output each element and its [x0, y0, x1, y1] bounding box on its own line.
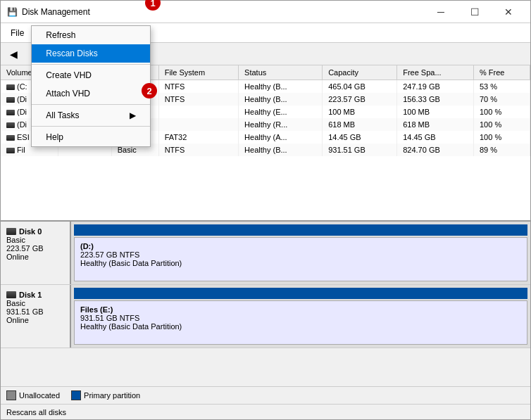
status-bar: Rescans all disks [1, 404, 530, 419]
menu-file[interactable]: File [4, 25, 31, 41]
window-title: Disk Management [22, 7, 425, 17]
cell-status: Healthy (B... [239, 144, 323, 156]
title-bar: 1 💾 Disk Management ─ ☐ ✕ [1, 1, 530, 23]
legend-bar: Unallocated Primary partition [1, 386, 530, 404]
col-capacity: Capacity [323, 65, 397, 80]
menu-action[interactable]: Action Refresh Rescan Disks Create VHD A… [31, 25, 68, 41]
window-controls: ─ ☐ ✕ [425, 1, 525, 23]
cell-filesystem: NTFS [158, 93, 238, 106]
cell-filesystem [158, 106, 238, 118]
cell-free: 14.45 GB [397, 131, 474, 144]
cell-status: Healthy (B... [239, 93, 323, 106]
disk-management-window: 1 💾 Disk Management ─ ☐ ✕ File Action Re… [0, 0, 531, 420]
partition-size-0: 223.57 GB NTFS [80, 250, 521, 259]
cell-free: 100 MB [397, 106, 474, 118]
dropdown-create-vhd[interactable]: Create VHD [32, 66, 150, 84]
action-dropdown: Refresh Rescan Disks Create VHD Attach V… [31, 25, 151, 147]
cell-pct: 70 % [474, 93, 530, 106]
cell-pct: 53 % [474, 80, 530, 94]
dropdown-help[interactable]: Help [32, 128, 150, 146]
disk-view-area: Disk 0 Basic 223.57 GB Online (D:) 223.5… [1, 220, 530, 386]
cell-pct: 100 % [474, 118, 530, 131]
separator-1 [32, 64, 150, 65]
cell-status: Healthy (R... [239, 118, 323, 131]
disk-name-0: Disk 0 [19, 227, 42, 236]
legend-primary-label: Primary partition [84, 391, 140, 400]
legend-primary: Primary partition [71, 390, 140, 400]
partition-detail-0[interactable]: (D:) 223.57 GB NTFS Healthy (Basic Data … [74, 237, 527, 281]
cell-free: 824.70 GB [397, 144, 474, 156]
cell-capacity: 931.51 GB [323, 144, 397, 156]
legend-primary-box [71, 390, 81, 400]
cell-status: Healthy (E... [239, 106, 323, 118]
dropdown-all-tasks[interactable]: All Tasks ▶ [32, 106, 150, 125]
legend-unallocated-box [6, 390, 16, 400]
cell-status: Healthy (B... [239, 80, 323, 94]
partition-detail-1[interactable]: Files (E:) 931.51 GB NTFS Healthy (Basic… [74, 300, 527, 345]
disk-row-0: Disk 0 Basic 223.57 GB Online (D:) 223.5… [1, 222, 530, 285]
cell-filesystem: NTFS [158, 80, 238, 94]
cell-capacity: 618 MB [323, 118, 397, 131]
dropdown-attach-vhd[interactable]: Attach VHD [32, 84, 150, 103]
disk-size-0: 223.57 GB [6, 244, 64, 253]
disk-label-1: Disk 1 Basic 931.51 GB Online [1, 285, 71, 348]
menu-bar: File Action Refresh Rescan Disks Create … [1, 23, 530, 43]
cell-status: Healthy (A... [239, 131, 323, 144]
cell-pct: 100 % [474, 131, 530, 144]
disk-partitions-1: Files (E:) 931.51 GB NTFS Healthy (Basic… [71, 285, 530, 348]
partition-name-0: (D:) [80, 242, 521, 250]
cell-free: 618 MB [397, 118, 474, 131]
step2-badge: 2 [142, 83, 157, 98]
partition-status-1: Healthy (Basic Data Partition) [80, 322, 521, 331]
cell-capacity: 14.45 GB [323, 131, 397, 144]
cell-free: 156.33 GB [397, 93, 474, 106]
disk-name-1: Disk 1 [19, 291, 42, 299]
disk-partitions-0: (D:) 223.57 GB NTFS Healthy (Basic Data … [71, 222, 530, 284]
disk-size-1: 931.51 GB [6, 307, 64, 316]
separator-2 [32, 104, 150, 105]
partition-name-1: Files (E:) [80, 305, 521, 314]
minimize-button[interactable]: ─ [425, 1, 457, 23]
cell-filesystem: NTFS [158, 144, 238, 156]
status-text: Rescans all disks [6, 408, 66, 416]
disk-status-1: Online [6, 316, 64, 324]
disk-label-0: Disk 0 Basic 223.57 GB Online [1, 222, 71, 284]
partition-bar-0 [74, 224, 527, 236]
app-icon: 💾 [6, 6, 18, 18]
cell-capacity: 223.57 GB [323, 93, 397, 106]
col-pct: % Free [474, 65, 530, 80]
cell-pct: 100 % [474, 106, 530, 118]
partition-bar-1 [74, 288, 527, 299]
cell-pct: 89 % [474, 144, 530, 156]
disk-type-0: Basic [6, 236, 64, 244]
close-button[interactable]: ✕ [492, 1, 525, 23]
col-status: Status [239, 65, 323, 80]
disk-row-1: Disk 1 Basic 931.51 GB Online Files (E:)… [1, 285, 530, 348]
cell-filesystem: FAT32 [158, 131, 238, 144]
cell-filesystem [158, 118, 238, 131]
separator-3 [32, 126, 150, 127]
partition-status-0: Healthy (Basic Data Partition) [80, 259, 521, 267]
disk-status-0: Online [6, 253, 64, 261]
toolbar-btn-back[interactable]: ◀ [4, 46, 23, 63]
cell-capacity: 100 MB [323, 106, 397, 118]
legend-unallocated: Unallocated [6, 390, 60, 400]
col-free: Free Spa... [397, 65, 474, 80]
disk-type-1: Basic [6, 299, 64, 307]
maximize-button[interactable]: ☐ [458, 1, 491, 23]
cell-free: 247.19 GB [397, 80, 474, 94]
col-filesystem: File System [158, 65, 238, 80]
legend-unallocated-label: Unallocated [19, 391, 60, 400]
partition-size-1: 931.51 GB NTFS [80, 314, 521, 322]
dropdown-refresh[interactable]: Refresh [32, 26, 150, 44]
dropdown-rescan-disks[interactable]: Rescan Disks [32, 44, 150, 63]
cell-capacity: 465.04 GB [323, 80, 397, 94]
